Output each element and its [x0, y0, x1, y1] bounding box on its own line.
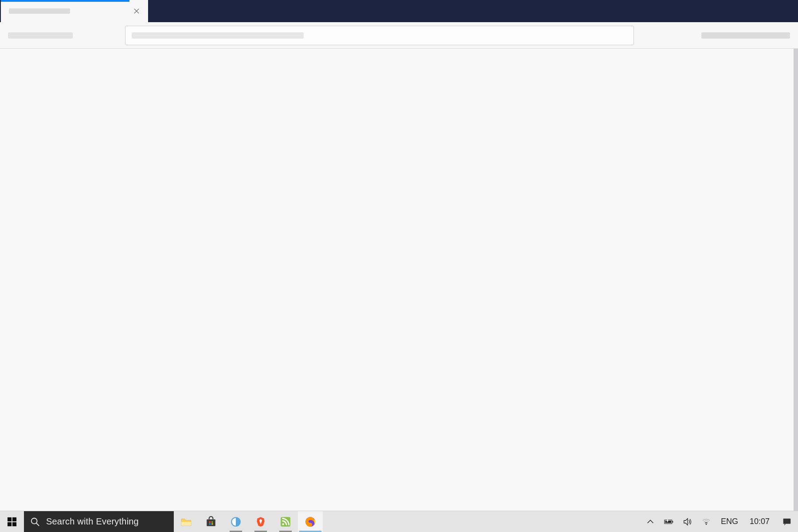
- url-bar[interactable]: [125, 26, 634, 45]
- firefox-icon: [305, 516, 316, 528]
- file-explorer-icon: [180, 516, 192, 528]
- software-icon: [230, 516, 242, 528]
- svg-rect-8: [209, 521, 211, 522]
- taskbar-search[interactable]: Search with Everything: [24, 511, 174, 532]
- tray-language[interactable]: ENG: [718, 511, 741, 532]
- svg-rect-0: [8, 517, 12, 521]
- store-icon: [205, 516, 217, 528]
- taskbar-app-rss[interactable]: [273, 511, 298, 532]
- svg-rect-17: [673, 521, 673, 522]
- browser-tab-active[interactable]: [1, 0, 148, 22]
- notification-icon: [782, 517, 792, 527]
- tray-clock[interactable]: 10:07: [746, 511, 773, 532]
- page-content-blank: [0, 49, 798, 511]
- search-icon: [30, 517, 40, 527]
- windows-logo-icon: [7, 517, 17, 527]
- browser-toolbar: [0, 22, 798, 49]
- svg-rect-20: [783, 518, 791, 524]
- chevron-up-icon: [645, 517, 655, 527]
- wifi-icon: [701, 517, 711, 527]
- tray-action-center[interactable]: [778, 511, 795, 532]
- tray-battery[interactable]: [662, 511, 676, 532]
- system-tray: ENG 10:07: [644, 511, 798, 532]
- tab-title-placeholder: [9, 8, 70, 14]
- svg-rect-1: [12, 517, 16, 521]
- svg-point-19: [706, 524, 707, 525]
- volume-icon: [683, 517, 692, 527]
- close-icon: [134, 8, 139, 14]
- tab-close-button[interactable]: [133, 8, 140, 15]
- taskbar-search-placeholder: Search with Everything: [46, 516, 139, 527]
- svg-rect-6: [181, 522, 191, 526]
- svg-rect-10: [209, 523, 211, 524]
- taskbar-app-microsoft-store[interactable]: [199, 511, 223, 532]
- rss-icon: [280, 516, 291, 528]
- taskbar-app-icons: [174, 511, 323, 532]
- taskbar-app-brave[interactable]: [248, 511, 273, 532]
- tray-overflow[interactable]: [644, 511, 657, 532]
- browser-tabstrip: [0, 0, 798, 22]
- svg-rect-9: [211, 521, 213, 522]
- svg-rect-2: [8, 522, 12, 526]
- svg-rect-18: [665, 520, 671, 523]
- tray-volume[interactable]: [681, 511, 694, 532]
- brave-icon: [255, 516, 266, 528]
- taskbar-app-software[interactable]: [223, 511, 248, 532]
- vertical-scrollbar[interactable]: [794, 49, 798, 511]
- nav-buttons-placeholder: [8, 32, 73, 39]
- tab-loading-indicator: [1, 0, 129, 2]
- svg-point-14: [282, 523, 284, 525]
- start-button[interactable]: [0, 511, 24, 532]
- svg-rect-11: [211, 523, 213, 524]
- scrollbar-thumb[interactable]: [794, 49, 798, 511]
- language-label: ENG: [721, 517, 738, 526]
- svg-line-5: [36, 523, 39, 525]
- svg-point-4: [31, 518, 37, 524]
- battery-icon: [664, 517, 674, 527]
- svg-rect-3: [12, 522, 16, 526]
- taskbar-app-firefox[interactable]: [298, 511, 323, 532]
- windows-taskbar: Search with Everything: [0, 511, 798, 532]
- svg-rect-7: [207, 519, 215, 526]
- clock-label: 10:07: [750, 517, 770, 526]
- tray-network[interactable]: [700, 511, 713, 532]
- toolbar-right-placeholder: [701, 32, 790, 39]
- taskbar-app-file-explorer[interactable]: [174, 511, 199, 532]
- url-text-placeholder: [132, 32, 304, 39]
